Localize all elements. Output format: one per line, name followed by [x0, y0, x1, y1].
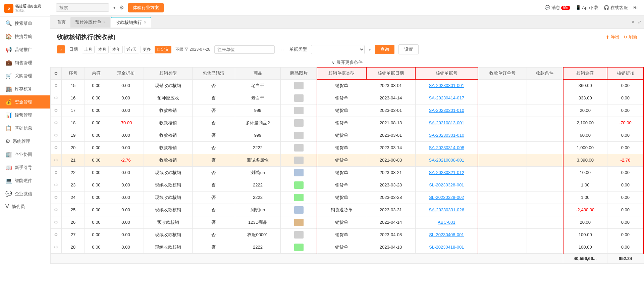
sidebar-item-vip[interactable]: V畅会员 [0, 200, 50, 213]
cell-bill-no[interactable]: SA-20230301-001 [415, 79, 478, 92]
tab-close-all-icon[interactable]: ✕ [631, 19, 635, 25]
cell-balance: 0.00 [85, 204, 108, 216]
data-table-container[interactable]: ⚙ 序号 余额 现金折扣 核销类型 包含已结清 商品 商品图片 核销单据类型 核… [50, 67, 644, 300]
cell-gear[interactable]: ⚙ [51, 204, 62, 216]
cell-cash-discount: 0.00 [108, 141, 144, 154]
cell-gear[interactable]: ⚙ [51, 241, 62, 253]
search-btn[interactable]: 查询 [375, 45, 394, 54]
cell-product-img [281, 228, 317, 241]
cell-gear[interactable]: ⚙ [51, 79, 62, 92]
sidebar-item-search[interactable]: 🔍搜索菜单 [0, 17, 50, 30]
date-btn-7days[interactable]: 近7天 [124, 46, 139, 53]
cell-no: 19 [62, 129, 85, 141]
cell-gear[interactable]: ⚙ [51, 154, 62, 166]
cell-gear[interactable]: ⚙ [51, 216, 62, 228]
sidebar-item-inventory[interactable]: 🏬库存核算 [0, 82, 50, 95]
cell-product: 老白干 [235, 79, 281, 92]
cell-gear[interactable]: ⚙ [51, 228, 62, 241]
date-btn-this-year[interactable]: 本年 [110, 46, 123, 53]
cell-bill-no[interactable]: SL-20230418-001 [415, 241, 478, 253]
sidebar-item-wechat[interactable]: 💬企业微信 [0, 187, 50, 200]
cell-bill-no[interactable]: SA-20230301-010 [415, 104, 478, 117]
sidebar-item-finance[interactable]: 💰资金管理 [0, 95, 50, 109]
cell-product-img [281, 216, 317, 228]
tab-maximize-icon[interactable]: ⤢ [638, 19, 641, 25]
cell-bill-no[interactable]: SA-20230314-008 [415, 141, 478, 154]
partner-input[interactable] [214, 45, 275, 54]
logo-icon: 6 [4, 4, 13, 13]
search-input[interactable] [56, 3, 109, 12]
cell-receipt-order [478, 241, 527, 253]
cell-bill-no[interactable]: SA-20230301-010 [415, 129, 478, 141]
sidebar-logo: 6 畅捷通谱好生意 标准版 [0, 0, 50, 17]
sidebar-item-ops[interactable]: 📊经营管理 [0, 109, 50, 122]
cell-bill-no[interactable]: SA-20210813-001 [415, 117, 478, 129]
sidebar-label-sales: 销售管理 [15, 60, 32, 66]
cell-bill-no[interactable]: SL-20230328-002 [415, 191, 478, 204]
cell-cash-discount: 0.00 [108, 241, 144, 253]
cell-bill-no[interactable]: SA-20210808-001 [415, 154, 478, 166]
cell-product: 测试jun [235, 166, 281, 179]
cell-cash-discount: 0.00 [108, 129, 144, 141]
tab-prepay[interactable]: 预付冲应付单 × [70, 17, 110, 28]
app-download[interactable]: 📱 App下载 [576, 5, 598, 11]
cell-bill-date: 2023-04-08 [366, 228, 416, 241]
sidebar-item-quicknav[interactable]: 🏠快捷导航 [0, 30, 50, 43]
cell-gear[interactable]: ⚙ [51, 129, 62, 141]
cell-product: 老白干 [235, 92, 281, 104]
date-label: 日期 [69, 46, 78, 52]
date-btn-this-month[interactable]: 本月 [96, 46, 109, 53]
cell-gear[interactable]: ⚙ [51, 141, 62, 154]
industry-btn[interactable]: 体验行业方案 [128, 3, 164, 12]
cell-product: 999 [235, 129, 281, 141]
cell-verify-discount: 0.00 [607, 79, 644, 92]
gear-icon[interactable]: ⚙ [119, 4, 124, 11]
cell-product: 2222 [235, 179, 281, 191]
cell-bill-no[interactable]: SA-20230331-026 [415, 204, 478, 216]
tab-receipt-close[interactable]: × [144, 20, 146, 25]
export-btn[interactable]: ⬆ 导出 [606, 34, 620, 40]
cell-bill-type: 销货单 [317, 129, 366, 141]
cell-verify-discount: 0.00 [607, 104, 644, 117]
date-btn-last-month[interactable]: 上月 [82, 46, 95, 53]
filter-settings-btn[interactable]: 设置 [398, 44, 419, 54]
cell-bill-no[interactable]: SL-20230408-001 [415, 228, 478, 241]
cell-verify-discount: 0.00 [607, 216, 644, 228]
sidebar-item-sales[interactable]: 💼销售管理 [0, 56, 50, 69]
cell-gear[interactable]: ⚙ [51, 179, 62, 191]
refresh-btn[interactable]: ↻ 刷新 [624, 34, 637, 40]
cell-gear[interactable]: ⚙ [51, 191, 62, 204]
expand-more-bar[interactable]: ∨ 展开更多条件 [50, 58, 644, 67]
tab-receipt[interactable]: 收款核销执行 × [111, 17, 151, 28]
cell-gear[interactable]: ⚙ [51, 117, 62, 129]
sidebar-item-system[interactable]: ⚙系统管理 [0, 135, 50, 148]
cell-bill-no[interactable]: SA-20230414-017 [415, 92, 478, 104]
sidebar-item-hardware[interactable]: 💻智能硬件 [0, 174, 50, 187]
sidebar-item-basic[interactable]: 📋基础信息 [0, 122, 50, 135]
cell-gear[interactable]: ⚙ [51, 166, 62, 179]
sidebar-icon-hardware: 💻 [5, 177, 12, 184]
tab-home[interactable]: 首页 [53, 17, 70, 27]
message-icon[interactable]: 💬 消息 99+ [545, 5, 570, 11]
date-btn-custom[interactable]: 自定义 [155, 46, 171, 53]
bill-type-select[interactable] [311, 45, 365, 54]
online-service[interactable]: 🎧 在线客服 [604, 5, 628, 11]
tab-prepay-close[interactable]: × [103, 20, 106, 25]
cell-bill-no[interactable]: SA-20230321-012 [415, 166, 478, 179]
user-info[interactable]: Rit [633, 5, 639, 10]
cell-gear[interactable]: ⚙ [51, 104, 62, 117]
col-gear[interactable]: ⚙ [51, 67, 62, 79]
sidebar-item-purchase[interactable]: 🛒采购管理 [0, 69, 50, 82]
date-btn-more[interactable]: 更多 [141, 46, 153, 53]
sidebar-item-marketing[interactable]: 📢营销推广 [0, 43, 50, 56]
sidebar-item-corp[interactable]: 🏢企业协同 [0, 148, 50, 161]
sidebar-nav: 🔍搜索菜单🏠快捷导航📢营销推广💼销售管理🛒采购管理🏬库存核算💰资金管理📊经营管理… [0, 17, 50, 213]
cell-bill-no[interactable]: ABC-001 [415, 216, 478, 228]
filter-expand-btn[interactable]: » [57, 45, 65, 53]
cell-gear[interactable]: ⚙ [51, 92, 62, 104]
sidebar-item-guide[interactable]: 📖新手引导 [0, 161, 50, 174]
cell-verify-amount: 360.00 [563, 79, 607, 92]
cell-bill-no[interactable]: SL-20230328-001 [415, 179, 478, 191]
dropdown-chevron[interactable]: ▾ [113, 5, 115, 10]
page-title: 收款核销执行(按收款) [57, 33, 115, 41]
